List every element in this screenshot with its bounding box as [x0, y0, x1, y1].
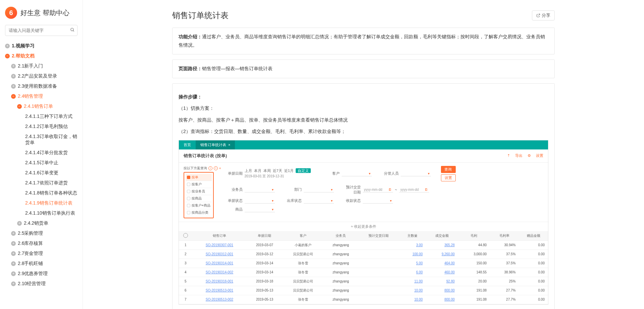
logo-icon: 6	[5, 7, 17, 19]
scheme-option[interactable]: 按单	[186, 174, 212, 181]
nav-item-26[interactable]: +2.6库存核算	[11, 239, 78, 248]
plus-icon: +	[11, 281, 16, 286]
scheme-option[interactable]: 按商品	[186, 195, 212, 202]
svg-line-1	[73, 31, 74, 32]
nav-item-24110[interactable]: 2.4.1.10销售订单执行表	[25, 209, 78, 217]
table-row[interactable]: 2SO-20190312-0012019-03-12贝贝贸易公司zhangyan…	[179, 250, 548, 259]
step2-line: （2）查询指标：交货日期、数量、成交金额、毛利、毛利率、累计收款金额等；	[179, 127, 548, 136]
query-button[interactable]: 查询	[441, 166, 456, 173]
share-icon	[536, 13, 540, 17]
nav-item-2412[interactable]: 2.4.1.2订单毛利预估	[25, 123, 78, 131]
plus-icon: +	[11, 74, 16, 79]
plus-icon[interactable]: +	[214, 166, 218, 170]
report-tabs: 首页 销售订单统计表	[179, 140, 548, 149]
path-text: 销售管理—报表—销售订单统计表	[202, 66, 273, 71]
gear-icon[interactable]	[183, 233, 188, 238]
intro-label: 功能介绍：	[179, 34, 202, 39]
app-name: 好生意 帮助中心	[20, 8, 69, 17]
path-label: 页面路径：	[179, 66, 202, 71]
nav-item-23[interactable]: +2.3使用前数据准备	[11, 82, 78, 90]
plus-icon: +	[11, 271, 16, 276]
nav-item-27[interactable]: +2.7资金管理	[11, 250, 78, 258]
minus-icon: −	[5, 54, 10, 58]
status-select[interactable]: ▾	[245, 198, 275, 204]
search-input[interactable]	[5, 25, 78, 36]
table-row[interactable]: 5SO-20190318-0012019-03-18贝贝贸易公司zhangyan…	[179, 277, 548, 286]
scheme-option[interactable]: 按客户+商品	[186, 202, 212, 209]
nav-item-help[interactable]: −2.帮助文档	[5, 52, 78, 60]
settings-link[interactable]: ⚙ 设置	[528, 153, 543, 158]
table-row[interactable]: 3SO-20190314-0012019-03-14张冬雪zhangyang5.…	[179, 259, 548, 268]
nav-item-video[interactable]: +1.视频学习	[5, 42, 78, 50]
scheme-option[interactable]: 按商品分类	[186, 209, 212, 216]
minus-icon: −	[11, 94, 16, 99]
embedded-report-1: 首页 销售订单统计表 销售订单统计表 (按单) ⇡ 导出 ⚙ 设置 按以下方案查…	[179, 140, 548, 305]
info-icon: i	[208, 166, 212, 170]
product-select[interactable]: ▾	[245, 207, 275, 212]
nav-item-22[interactable]: +2.2产品安装及登录	[11, 72, 78, 80]
table-row[interactable]: 1SO-20190307-0012019-03-07小葛的客户zhangyang…	[179, 240, 548, 250]
plus-icon: +	[11, 251, 16, 256]
minus-icon: −	[17, 104, 22, 109]
customer-select[interactable]: ▾	[342, 171, 372, 176]
share-button[interactable]: 分享	[532, 10, 555, 20]
table-row[interactable]: 4SO-20190314-0022019-03-14张冬雪zhangyang6.…	[179, 268, 548, 277]
sidebar: 6 好生意 帮助中心 +1.视频学习 −2.帮助文档 +2.1新手入门 +2.2…	[0, 0, 83, 309]
assign-select[interactable]: ▾	[401, 171, 431, 176]
plus-icon: +	[11, 231, 16, 236]
plus-icon: +	[17, 221, 22, 226]
nav-item-2419[interactable]: 2.4.1.9销售订单统计表	[25, 199, 78, 207]
logo-block: 6 好生意 帮助中心	[5, 7, 78, 19]
nav-item-2417[interactable]: 2.4.1.7依照订单进货	[25, 179, 78, 187]
search-icon[interactable]	[70, 28, 75, 33]
export-link[interactable]: ⇡ 导出	[507, 153, 523, 158]
steps-block: 操作步骤： （1）切换方案： 按客户、按商品、按客户＋商品、按单、按业务员等维度…	[172, 83, 555, 309]
date-range: 2019-03-01 至 2019-12-31	[245, 174, 313, 179]
date-from[interactable]: yyyy-mm-dd🗓	[363, 187, 393, 192]
dept-select[interactable]: ▾	[304, 187, 334, 192]
nav-item-29[interactable]: +2.9优惠券管理	[11, 270, 78, 278]
collapse-icon[interactable]: «	[219, 166, 221, 170]
nav-item-2415[interactable]: 2.4.1.5订单中止	[25, 159, 78, 167]
nav-item-2418[interactable]: 2.4.1.8销售订单各种状态	[25, 189, 78, 197]
nav-item-242[interactable]: +2.4.2销货单	[17, 219, 78, 227]
table-row[interactable]: 6SO-20190513-0012019-05-13贝贝贸易公司zhangyan…	[179, 286, 548, 295]
scheme-panel: 按以下方案查询i+« 按单按客户按业务员按商品按客户+商品按商品分类	[184, 166, 221, 218]
setting-button[interactable]: 设置	[441, 174, 456, 181]
nav-item-25[interactable]: +2.5采购管理	[11, 229, 78, 237]
date-to[interactable]: yyyy-mm-dd🗓	[399, 187, 429, 192]
step1-line: （1）切换方案：	[179, 104, 548, 113]
salesperson-select[interactable]: ▾	[245, 187, 275, 192]
nav-item-2413[interactable]: 2.4.1.3订单收取订金，销货单	[25, 133, 78, 147]
step1-text: 按客户、按商品、按客户＋商品、按单、按业务员等维度来查看销售订单总体情况	[179, 116, 548, 125]
plus-icon: +	[11, 84, 16, 89]
outstatus-select[interactable]: ▾	[304, 198, 334, 204]
tab-home[interactable]: 首页	[179, 140, 196, 149]
report-title: 销售订单统计表 (按单)	[184, 153, 227, 159]
intro-card: 功能介绍：通过客户、业务员、商品等维度查询销售订单的明细汇总情况；有助于管理者了…	[172, 28, 555, 54]
nav-item-24[interactable]: −2.4销售管理	[11, 92, 78, 100]
date-quick-links[interactable]: 上月本月本周近7天近1月自定义	[245, 168, 313, 173]
share-label: 分享	[542, 12, 550, 18]
nav-item-21[interactable]: +2.1新手入门	[11, 62, 78, 70]
scheme-option[interactable]: 按业务员	[186, 188, 212, 195]
nav-item-2414[interactable]: 2.4.1.4订单分批发货	[25, 149, 78, 157]
recvstatus-select[interactable]: ▾	[363, 198, 393, 204]
intro-text: 通过客户、业务员、商品等维度查询销售订单的明细汇总情况；有助于管理者了解订单成交…	[179, 34, 545, 48]
page-title: 销售订单统计表	[172, 10, 229, 21]
table-row[interactable]: 7SO-20190513-0022019-05-13张冬雪zhangyang10…	[179, 295, 548, 304]
main-content: 销售订单统计表 分享 功能介绍：通过客户、业务员、商品等维度查询销售订单的明细汇…	[83, 0, 644, 309]
plus-icon: +	[11, 64, 16, 69]
collapse-toggle[interactable]: ≈ 收起更多条件	[179, 222, 548, 231]
tab-report[interactable]: 销售订单统计表	[196, 140, 235, 149]
nav-item-28[interactable]: +2.8手机旺铺	[11, 260, 78, 268]
result-table: 销售订单单据日期客户业务员预计交货日期主数量成交金额毛利毛利率赠品金额 1SO-…	[179, 231, 548, 304]
path-card: 页面路径：销售管理—报表—销售订单统计表	[172, 59, 555, 78]
nav-item-241[interactable]: −2.4.1销售订单	[17, 102, 78, 111]
svg-point-0	[71, 28, 73, 31]
nav-item-2416[interactable]: 2.4.1.6订单变更	[25, 169, 78, 177]
nav-item-210[interactable]: +2.10经营管理	[11, 280, 78, 288]
plus-icon: +	[11, 241, 16, 246]
nav-item-2411[interactable]: 2.4.1.1三种下订单方式	[25, 113, 78, 121]
scheme-option[interactable]: 按客户	[186, 181, 212, 188]
